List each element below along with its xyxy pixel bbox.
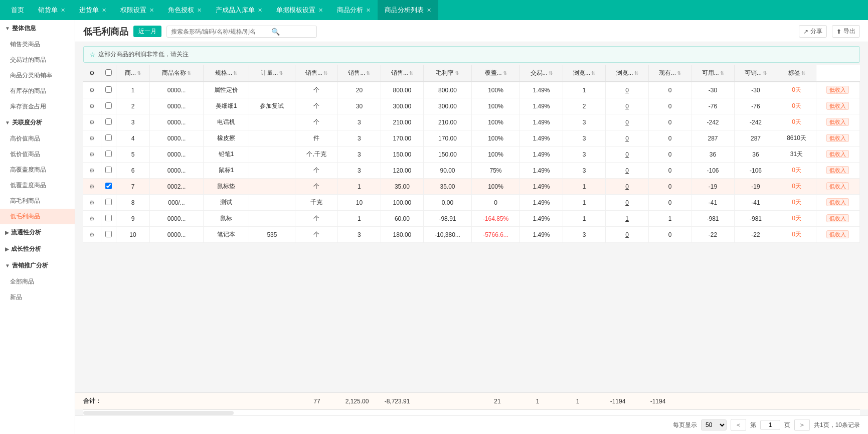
row-checkbox[interactable]	[105, 134, 112, 141]
cell-view1[interactable]: 0	[606, 179, 649, 195]
nav-product-analysis-list[interactable]: 商品分析列表 ✕	[378, 0, 438, 20]
cell-settings[interactable]: ⚙	[83, 195, 101, 211]
sidebar-item-stock-capital[interactable]: 库存资金占用	[0, 99, 75, 114]
sidebar-item-high-margin[interactable]: 高毛利商品	[0, 193, 75, 209]
cell-view1[interactable]: 0	[606, 130, 649, 147]
col-code[interactable]: 商...⇅	[116, 65, 150, 82]
col-sales-amount[interactable]: 销售...⇅	[381, 65, 424, 82]
nav-purchase-order[interactable]: 进货单 ✕	[72, 0, 113, 20]
col-stock-available[interactable]: 可用...⇅	[691, 65, 735, 82]
cell-view1[interactable]: 0	[606, 195, 649, 211]
export-button[interactable]: ⬆ 导出	[832, 25, 860, 38]
row-checkbox[interactable]	[105, 183, 112, 189]
search-input[interactable]	[171, 28, 271, 35]
cell-view1[interactable]: 0	[606, 98, 649, 114]
nav-permission[interactable]: 权限设置 ✕	[113, 0, 161, 20]
table-row[interactable]: ⚙ 5 0000... 铅笔1 个,千克 3 150.00 150.00 100…	[83, 147, 860, 163]
col-unit[interactable]: 计量...⇅	[249, 65, 295, 82]
sidebar-item-sales-products[interactable]: 销售类商品	[0, 37, 75, 52]
cell-checkbox[interactable]	[101, 227, 116, 243]
col-stock-current[interactable]: 现有...⇅	[648, 65, 691, 82]
close-icon[interactable]: ✕	[61, 7, 65, 14]
cell-settings[interactable]: ⚙	[83, 227, 101, 243]
cell-view1[interactable]: 0	[606, 82, 649, 98]
cell-checkbox[interactable]	[101, 211, 116, 227]
table-row[interactable]: ⚙ 6 0000... 鼠标1 个 3 120.00 90.00 75% 1.4…	[83, 163, 860, 179]
sidebar-item-all-products[interactable]: 全部商品	[0, 274, 75, 290]
cell-settings[interactable]: ⚙	[83, 98, 101, 114]
row-checkbox[interactable]	[105, 102, 112, 109]
sidebar-group-relevance[interactable]: ▼ 关联度分析	[0, 114, 75, 131]
cell-checkbox[interactable]	[101, 163, 116, 179]
sidebar-group-marketing[interactable]: ▼ 营销推广分析	[0, 257, 75, 274]
row-checkbox[interactable]	[105, 167, 112, 173]
cell-settings[interactable]: ⚙	[83, 82, 101, 98]
close-icon[interactable]: ✕	[149, 7, 154, 14]
next-page-button[interactable]: ＞	[794, 419, 810, 431]
sidebar-item-low-coverage[interactable]: 低覆盖度商品	[0, 178, 75, 193]
col-transaction[interactable]: 交易...⇅	[520, 65, 563, 82]
table-row[interactable]: ⚙ 3 0000... 电话机 个 3 210.00 210.00 100% 1…	[83, 114, 860, 130]
table-row[interactable]: ⚙ 2 0000... 吴细细1 参加复试 个 30 300.00 300.00…	[83, 98, 860, 114]
share-button[interactable]: ↗ 分享	[799, 25, 827, 38]
col-view1[interactable]: 浏览...⇅	[563, 65, 606, 82]
horizontal-scrollbar[interactable]	[83, 409, 860, 415]
table-row[interactable]: ⚙ 8 000/... 测试 千克 10 100.00 0.00 0 1.49%…	[83, 195, 860, 211]
sidebar-group-growth[interactable]: ▶ 成长性分析	[0, 241, 75, 257]
prev-page-button[interactable]: ＜	[731, 419, 746, 431]
col-sales-price[interactable]: 销售...⇅	[338, 65, 381, 82]
sidebar-item-high-value[interactable]: 高价值商品	[0, 131, 75, 147]
scroll-track[interactable]	[83, 411, 234, 415]
nav-template-settings[interactable]: 单据模板设置 ✕	[269, 0, 330, 20]
col-gross-margin[interactable]: 毛利率⇅	[424, 65, 472, 82]
row-checkbox[interactable]	[105, 151, 112, 157]
table-row[interactable]: ⚙ 7 0002... 鼠标垫 个 1 35.00 35.00 100% 1.4…	[83, 179, 860, 195]
col-coverage[interactable]: 覆盖...⇅	[471, 65, 520, 82]
cell-checkbox[interactable]	[101, 98, 116, 114]
col-name[interactable]: 商品名称⇅	[150, 65, 203, 82]
col-checkbox[interactable]	[101, 65, 116, 82]
col-spec[interactable]: 规格...⇅	[203, 65, 249, 82]
cell-checkbox[interactable]	[101, 195, 116, 211]
cell-settings[interactable]: ⚙	[83, 114, 101, 130]
per-page-select[interactable]: 50 20 100	[701, 419, 727, 430]
sidebar-item-stocked-products[interactable]: 有库存的商品	[0, 83, 75, 99]
sidebar-item-category-rate[interactable]: 商品分类助销率	[0, 68, 75, 83]
cell-settings[interactable]: ⚙	[83, 179, 101, 195]
row-checkbox[interactable]	[105, 199, 112, 205]
cell-checkbox[interactable]	[101, 179, 116, 195]
cell-checkbox[interactable]	[101, 82, 116, 98]
sidebar-group-overall[interactable]: ▼ 整体信息	[0, 20, 75, 37]
search-icon[interactable]: 🔍	[271, 28, 280, 36]
table-row[interactable]: ⚙ 10 0000... 笔记本 535 个 3 180.00 -10,380.…	[83, 227, 860, 243]
close-icon[interactable]: ✕	[318, 7, 323, 14]
sidebar-item-high-coverage[interactable]: 高覆盖度商品	[0, 162, 75, 178]
cell-checkbox[interactable]	[101, 114, 116, 130]
cell-settings[interactable]: ⚙	[83, 130, 101, 147]
select-all-checkbox[interactable]	[105, 69, 112, 76]
cell-view1[interactable]: 0	[606, 114, 649, 130]
row-checkbox[interactable]	[105, 86, 112, 93]
page-number-input[interactable]	[760, 420, 780, 430]
table-row[interactable]: ⚙ 4 0000... 橡皮擦 件 3 170.00 170.00 100% 1…	[83, 130, 860, 147]
cell-view1[interactable]: 0	[606, 163, 649, 179]
sidebar-item-low-value[interactable]: 低价值商品	[0, 147, 75, 162]
table-row[interactable]: ⚙ 9 0000... 鼠标 个 1 60.00 -98.91 -164.85%…	[83, 211, 860, 227]
table-row[interactable]: ⚙ 1 0000... 属性定价 个 20 800.00 800.00 100%…	[83, 82, 860, 98]
nav-home[interactable]: 首页	[4, 0, 31, 20]
sidebar-item-low-margin[interactable]: 低毛利商品	[0, 209, 75, 224]
col-tag[interactable]: 标签⇅	[777, 65, 816, 82]
row-checkbox[interactable]	[105, 215, 112, 221]
cell-checkbox[interactable]	[101, 130, 116, 147]
close-icon[interactable]: ✕	[427, 7, 431, 14]
col-stock-saleable[interactable]: 可销...⇅	[734, 65, 777, 82]
cell-view1[interactable]: 1	[606, 211, 649, 227]
close-icon[interactable]: ✕	[197, 7, 202, 14]
close-icon[interactable]: ✕	[366, 7, 371, 14]
close-icon[interactable]: ✕	[102, 7, 106, 14]
date-filter-button[interactable]: 近一月	[133, 26, 161, 37]
close-icon[interactable]: ✕	[258, 7, 262, 14]
sidebar-group-circulation[interactable]: ▶ 流通性分析	[0, 224, 75, 241]
cell-settings[interactable]: ⚙	[83, 211, 101, 227]
nav-product-instock[interactable]: 产成品入库单 ✕	[209, 0, 269, 20]
